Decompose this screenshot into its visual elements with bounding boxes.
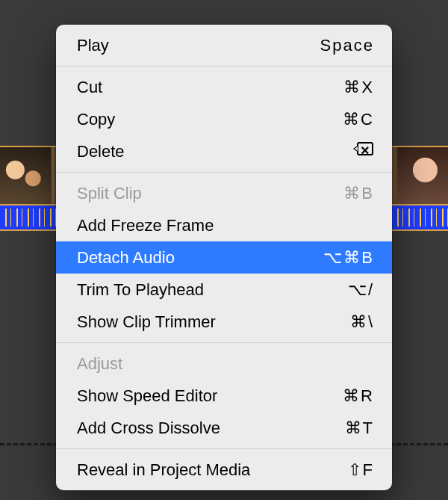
menu-item-shortcut: ⌘X: [343, 75, 374, 99]
menu-item-label: Trim To Playhead: [77, 277, 204, 302]
menu-item-add-cross-dissolve[interactable]: Add Cross Dissolve ⌘T: [56, 412, 392, 444]
menu-item-adjust: Adjust: [56, 348, 392, 380]
menu-item-add-freeze-frame[interactable]: Add Freeze Frame: [56, 209, 392, 241]
menu-item-label: Show Speed Editor: [77, 383, 217, 408]
menu-separator: [56, 342, 392, 343]
menu-item-shortcut: ⌘\: [350, 309, 374, 334]
menu-item-trim-to-playhead[interactable]: Trim To Playhead ⌥/: [56, 274, 392, 306]
menu-item-shortcut: [353, 139, 374, 164]
menu-item-label: Split Clip: [77, 181, 142, 206]
menu-item-shortcut: ⌥⌘B: [323, 245, 374, 270]
menu-item-split-clip: Split Clip ⌘B: [56, 177, 392, 209]
menu-item-label: Add Cross Dissolve: [77, 416, 220, 440]
clip-thumbnail[interactable]: [0, 147, 51, 204]
menu-item-label: Cut: [77, 75, 102, 99]
menu-item-label: Reveal in Project Media: [77, 457, 250, 482]
menu-separator: [56, 172, 392, 173]
backspace-icon: [353, 142, 374, 157]
menu-item-reveal-in-project-media[interactable]: Reveal in Project Media ⇧F: [56, 454, 392, 486]
menu-item-shortcut: ⌘T: [345, 416, 374, 440]
menu-item-label: Adjust: [77, 351, 122, 376]
menu-item-shortcut: ⌘C: [343, 107, 374, 132]
menu-separator: [56, 66, 392, 67]
menu-item-label: Play: [77, 33, 109, 58]
menu-item-label: Detach Audio: [77, 245, 175, 270]
context-menu: Play Space Cut ⌘X Copy ⌘C Delete Split C…: [56, 25, 392, 490]
menu-item-show-clip-trimmer[interactable]: Show Clip Trimmer ⌘\: [56, 306, 392, 338]
menu-item-shortcut: Space: [320, 33, 374, 58]
menu-item-label: Add Freeze Frame: [77, 213, 214, 238]
menu-item-label: Delete: [77, 139, 125, 164]
menu-separator: [56, 448, 392, 449]
menu-item-copy[interactable]: Copy ⌘C: [56, 103, 392, 135]
menu-item-label: Copy: [77, 107, 115, 132]
menu-item-detach-audio[interactable]: Detach Audio ⌥⌘B: [56, 241, 392, 274]
menu-item-shortcut: ⌘R: [343, 383, 374, 408]
menu-item-label: Show Clip Trimmer: [77, 309, 216, 334]
clip-thumbnail[interactable]: [397, 147, 448, 204]
menu-item-cut[interactable]: Cut ⌘X: [56, 71, 392, 103]
menu-item-shortcut: ⌘B: [343, 181, 374, 206]
menu-item-shortcut: ⇧F: [348, 457, 374, 482]
menu-item-play[interactable]: Play Space: [56, 29, 392, 61]
menu-item-delete[interactable]: Delete: [56, 135, 392, 167]
menu-item-show-speed-editor[interactable]: Show Speed Editor ⌘R: [56, 380, 392, 412]
menu-item-shortcut: ⌥/: [348, 277, 374, 302]
